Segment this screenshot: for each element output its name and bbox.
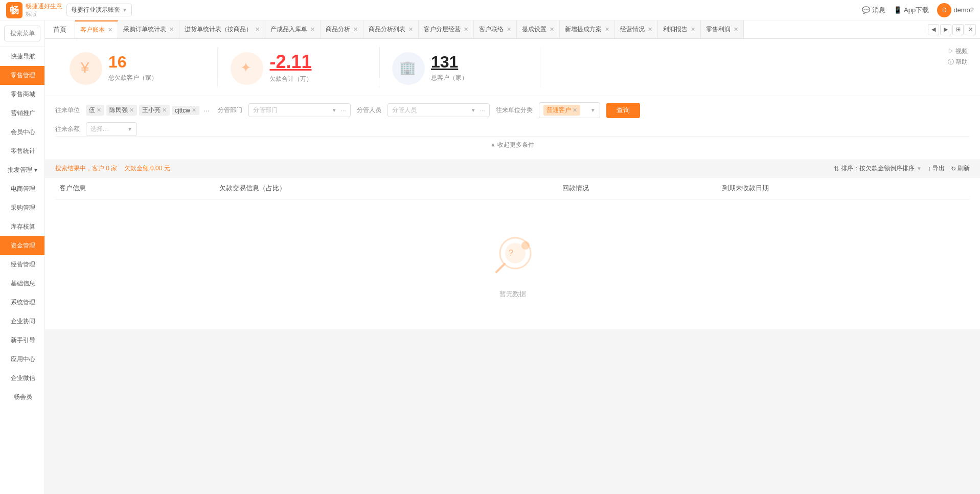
- tag-chenminqiang-close[interactable]: ✕: [129, 107, 134, 114]
- top-bar-right: 💬 消息 📱 App下载 D demo2: [862, 3, 974, 17]
- sidebar-item-app-center[interactable]: 应用中心: [0, 350, 44, 369]
- col-customer-info: 客户信息: [55, 177, 215, 199]
- stat-card-customers: ¥ 16 总欠款客户（家）: [57, 47, 218, 87]
- sidebar-item-operations[interactable]: 经营管理: [0, 255, 44, 274]
- unit-class-chevron-icon: ▼: [590, 107, 596, 113]
- close-tab-customer-contact[interactable]: ✕: [507, 26, 511, 33]
- search-menu-button[interactable]: 搜索菜单: [4, 26, 40, 41]
- sidebar-item-retail-stats[interactable]: 零售统计: [0, 142, 44, 161]
- tab-commission-setting[interactable]: 提成设置 ✕: [517, 20, 560, 39]
- table-header-row: 客户信息 欠款交易信息（占比） 回款情况 到期未收款日期: [55, 177, 970, 199]
- sidebar-item-quick-nav[interactable]: 快捷导航: [0, 47, 44, 66]
- tab-product-inbound[interactable]: 产成品入库单 ✕: [265, 20, 321, 39]
- tab-product-analysis[interactable]: 商品分析 ✕: [321, 20, 363, 39]
- dept-select[interactable]: 分管部门 ▼ ···: [248, 103, 351, 117]
- sidebar-item-purchase[interactable]: 采购管理: [0, 198, 44, 217]
- message-button[interactable]: 💬 消息: [862, 6, 885, 15]
- close-tab-purchase-order[interactable]: ✕: [169, 26, 174, 33]
- unit-filter-tags: 伍 ✕ 陈民强 ✕ 王小亮 ✕ cjttcw ✕: [86, 105, 212, 116]
- more-tags-button[interactable]: ···: [201, 106, 212, 115]
- unit-class-select[interactable]: 普通客户 ✕ ▼: [539, 102, 600, 118]
- stat-label-total: 总客户（家）: [431, 74, 468, 82]
- close-tab-profit-report[interactable]: ✕: [691, 26, 695, 33]
- tabs-next-button[interactable]: ▶: [940, 24, 951, 35]
- tab-customer-contact[interactable]: 客户联络 ✕: [474, 20, 517, 39]
- company-select[interactable]: 母婴行业演示账套 ▼: [66, 4, 132, 16]
- filter-row-2: 往来余额 选择... ▼: [55, 122, 970, 136]
- tab-profit-report[interactable]: 利润报告 ✕: [658, 20, 701, 39]
- collapse-button[interactable]: ∧ 收起更多条件: [491, 141, 534, 149]
- close-tab-operations[interactable]: ✕: [648, 26, 652, 33]
- close-tab-product-analysis-list[interactable]: ✕: [408, 26, 413, 33]
- close-tab-product-analysis[interactable]: ✕: [353, 26, 358, 33]
- tab-customer-ledger[interactable]: 客户账本 ✕: [75, 20, 118, 39]
- tab-add-commission[interactable]: 新增提成方案 ✕: [560, 20, 615, 39]
- close-tab-retail-profit[interactable]: ✕: [734, 26, 738, 33]
- col-repayment: 回款情况: [558, 177, 718, 199]
- logo-text: 畅捷通好生意 标版: [26, 3, 62, 18]
- close-tab-customer-segment[interactable]: ✕: [464, 26, 468, 33]
- sidebar-item-enterprise-collab[interactable]: 企业协同: [0, 312, 44, 331]
- sidebar-item-new-guide[interactable]: 新手引导: [0, 331, 44, 350]
- tag-wangxiaoliang-close[interactable]: ✕: [162, 107, 167, 114]
- dept-chevron-icon: ▼: [332, 107, 337, 113]
- help-button[interactable]: ⓘ 帮助: [948, 58, 968, 66]
- stat-values-customers: 16 总欠款客户（家）: [108, 53, 157, 82]
- sidebar-search-area: 搜索菜单: [0, 20, 44, 47]
- app-download-button[interactable]: 📱 App下载: [894, 6, 929, 15]
- close-tab-product-inbound[interactable]: ✕: [310, 26, 315, 33]
- close-tab-customer-ledger[interactable]: ✕: [108, 27, 112, 33]
- content-area: 首页 客户账本 ✕ 采购订单统计表 ✕ 进货单统计表（按商品） ✕ 产成品入库单…: [45, 20, 980, 494]
- query-button[interactable]: 查询: [606, 103, 640, 118]
- sidebar-item-finance[interactable]: 资金管理: [0, 236, 44, 255]
- sidebar-item-retail-mall[interactable]: 零售商城: [0, 85, 44, 104]
- tag-wangxiaoliang: 王小亮 ✕: [139, 105, 170, 116]
- sidebar-item-inventory[interactable]: 库存核算: [0, 217, 44, 236]
- close-tab-add-commission[interactable]: ✕: [605, 26, 609, 33]
- video-help-button[interactable]: ▷ 视频: [948, 47, 968, 56]
- sidebar-item-enterprise-wechat[interactable]: 企业微信: [0, 369, 44, 388]
- sidebar-item-basic-info[interactable]: 基础信息: [0, 274, 44, 293]
- tag-cjttcw: cjttcw ✕: [172, 106, 199, 115]
- tab-purchase-order-stats[interactable]: 采购订单统计表 ✕: [118, 20, 179, 39]
- tabs-prev-button[interactable]: ◀: [928, 24, 939, 35]
- stat-card-total: 🏢 131 总客户（家）: [380, 47, 540, 87]
- tab-home[interactable]: 首页: [45, 20, 75, 39]
- chevron-right-icon: ▼: [33, 167, 38, 173]
- user-menu[interactable]: D demo2: [937, 3, 974, 17]
- export-button[interactable]: ↑ 导出: [928, 164, 945, 173]
- tag-cjttcw-close[interactable]: ✕: [192, 107, 196, 114]
- person-filter-label: 分管人员: [357, 106, 381, 115]
- col-due-date: 到期未收款日期: [718, 177, 970, 199]
- chevron-down-icon: ▼: [122, 7, 127, 13]
- remain-chevron-icon: ▼: [127, 126, 132, 132]
- stat-icon-total: 🏢: [392, 52, 423, 83]
- svg-text:?: ?: [509, 249, 513, 257]
- tab-product-analysis-list[interactable]: 商品分析列表 ✕: [363, 20, 419, 39]
- tab-customer-segment[interactable]: 客户分层经营 ✕: [419, 20, 474, 39]
- refresh-button[interactable]: ↻ 刷新: [951, 164, 970, 173]
- tag-normal-customer-close[interactable]: ✕: [573, 107, 577, 114]
- sidebar-item-retail-mgmt[interactable]: 零售管理: [0, 66, 44, 85]
- filter-area: 往来单位 伍 ✕ 陈民强 ✕ 王小亮 ✕: [45, 96, 980, 160]
- sidebar-item-marketing[interactable]: 营销推广: [0, 104, 44, 123]
- sidebar-item-member-center[interactable]: 会员中心: [0, 123, 44, 142]
- stats-row: ¥ 16 总欠款客户（家） ✦ -2.11 欠: [45, 39, 980, 96]
- sort-select[interactable]: ⇅ 排序：按欠款金额倒序排序 ▼: [834, 164, 922, 173]
- data-table-wrapper: 客户信息 欠款交易信息（占比） 回款情况 到期未收款日期: [45, 177, 980, 199]
- tab-retail-profit[interactable]: 零售利润 ✕: [701, 20, 744, 39]
- stat-label-debt: 欠款合计（万）: [269, 75, 312, 83]
- close-tab-stock-stats[interactable]: ✕: [255, 26, 260, 33]
- tabs-close-all-button[interactable]: ✕: [965, 24, 976, 35]
- tab-stock-stats[interactable]: 进货单统计表（按商品） ✕: [179, 20, 265, 39]
- tab-operations[interactable]: 经营情况 ✕: [615, 20, 658, 39]
- sidebar-item-ecommerce[interactable]: 电商管理: [0, 179, 44, 198]
- sidebar-item-system[interactable]: 系统管理: [0, 293, 44, 312]
- remain-select[interactable]: 选择... ▼: [86, 122, 137, 136]
- sidebar-item-wholesale-mgmt[interactable]: 批发管理 ▼: [0, 161, 44, 179]
- person-select[interactable]: 分管人员 ▼ ···: [388, 103, 490, 117]
- sidebar-item-chang-member[interactable]: 畅会员: [0, 388, 44, 407]
- tag-wu-close[interactable]: ✕: [97, 107, 101, 114]
- tabs-expand-button[interactable]: ⊞: [952, 24, 964, 35]
- close-tab-commission-setting[interactable]: ✕: [550, 26, 554, 33]
